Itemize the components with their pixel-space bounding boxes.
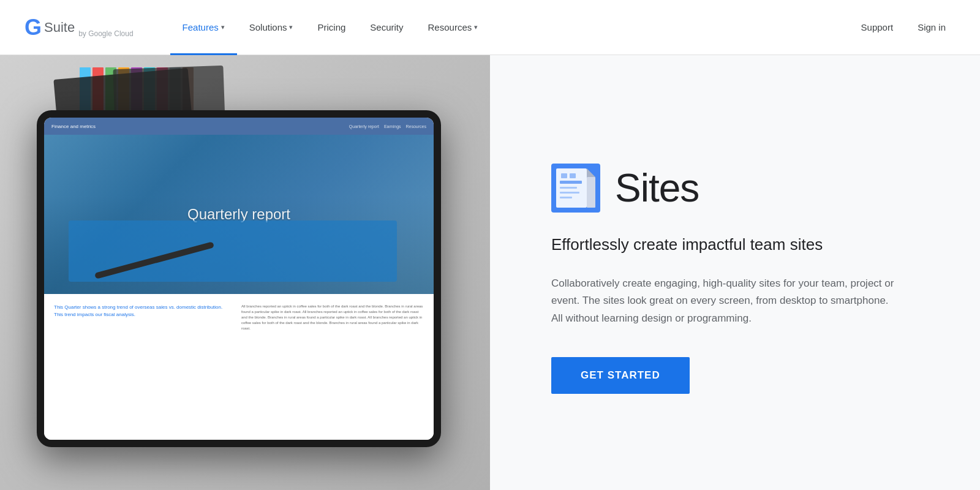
logo-g: G	[24, 15, 42, 40]
tablet-nav-bar: Finance and metrics Quarterly report Ear…	[44, 118, 434, 135]
main-nav: Features ▾ Solutions ▾ Pricing Security …	[170, 0, 956, 55]
tablet-right-text: All branches reported an uptick in coffe…	[241, 304, 424, 430]
nav-support[interactable]: Support	[851, 22, 903, 32]
product-tagline: Effortlessly create impactful team sites	[551, 235, 931, 255]
svg-rect-6	[560, 192, 579, 194]
tablet-finance-label: Finance and metrics	[51, 124, 96, 129]
logo-area: G Suite by Google Cloud	[24, 15, 134, 40]
product-header: Sites	[551, 164, 931, 213]
features-arrow-icon: ▾	[221, 23, 225, 31]
logo-byline: by Google Cloud	[78, 29, 133, 40]
hero-image: Finance and metrics Quarterly report Ear…	[0, 55, 490, 490]
svg-rect-8	[561, 173, 567, 178]
product-description: Collaboratively create engaging, high-qu…	[551, 275, 894, 328]
sites-icon	[551, 164, 600, 213]
logo-suite: Suite	[44, 20, 75, 36]
resources-arrow-icon: ▾	[474, 23, 478, 31]
tablet-left-text: This Quarter shows a strong trend of ove…	[54, 304, 232, 430]
product-title: Sites	[615, 165, 699, 211]
tablet-device: Finance and metrics Quarterly report Ear…	[37, 110, 441, 447]
svg-rect-4	[560, 181, 582, 184]
nav-item-solutions[interactable]: Solutions ▾	[237, 0, 306, 55]
nav-signin[interactable]: Sign in	[908, 22, 956, 32]
tablet-hero-area: Quarterly report	[44, 135, 434, 294]
tablet-tab-resources: Resources	[406, 124, 426, 129]
main-content: Finance and metrics Quarterly report Ear…	[0, 55, 980, 490]
nav-right: Support Sign in	[851, 0, 956, 55]
nav-item-pricing[interactable]: Pricing	[305, 0, 358, 55]
info-panel: Sites Effortlessly create impactful team…	[490, 55, 980, 490]
svg-rect-9	[570, 173, 576, 178]
nav-item-features[interactable]: Features ▾	[170, 0, 237, 55]
solutions-arrow-icon: ▾	[289, 23, 293, 31]
nav-item-resources[interactable]: Resources ▾	[416, 0, 491, 55]
get-started-button[interactable]: GET STARTED	[551, 357, 690, 394]
tablet-tab-earnings: Earnings	[384, 124, 401, 129]
tablet-tabs: Quarterly report Earnings Resources	[349, 124, 426, 129]
tablet-screen: Finance and metrics Quarterly report Ear…	[44, 118, 434, 440]
header: G Suite by Google Cloud Features ▾ Solut…	[0, 0, 980, 55]
tablet-body: This Quarter shows a strong trend of ove…	[44, 294, 434, 440]
svg-rect-3	[587, 177, 595, 208]
nav-item-security[interactable]: Security	[358, 0, 415, 55]
svg-rect-5	[560, 187, 577, 189]
svg-rect-7	[560, 197, 572, 198]
tablet-tab-quarterly: Quarterly report	[349, 124, 379, 129]
